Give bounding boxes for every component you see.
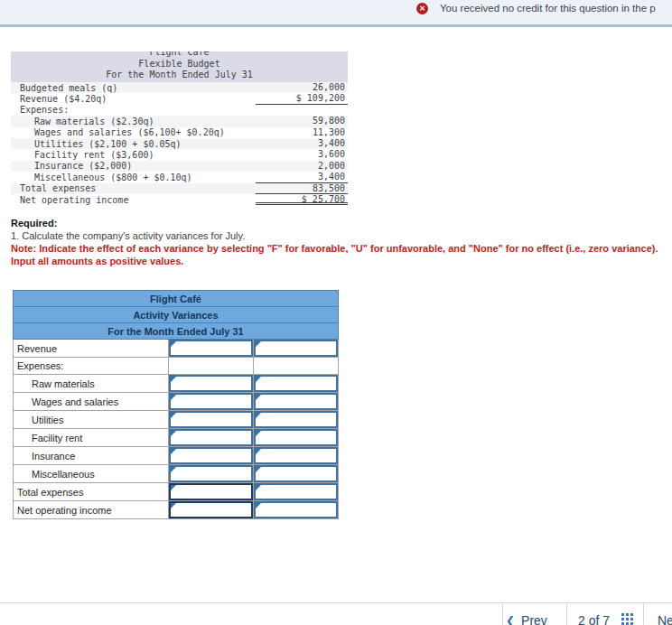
budget-row: Net operating income$ 25,700 <box>11 194 348 205</box>
table-row: Insurance <box>14 447 339 465</box>
miscellaneous-effect-input[interactable] <box>254 465 338 482</box>
table-row: Facility rent <box>14 429 339 447</box>
facility-rent-amount-input[interactable] <box>169 429 253 446</box>
budget-row-label: Wages and salaries ($6,100+ $0.20q) <box>11 127 225 137</box>
grid-icon <box>621 613 633 625</box>
wages-salaries-amount-input[interactable] <box>169 393 253 410</box>
budget-row: Wages and salaries ($6,100+ $0.20q)11,30… <box>11 127 348 138</box>
utilities-effect-input[interactable] <box>254 411 338 428</box>
variance-row-label: Revenue <box>14 340 169 358</box>
table-row: Miscellaneous <box>14 465 339 483</box>
budget-row: Facility rent ($3,600)3,600 <box>11 149 348 160</box>
insurance-amount-input[interactable] <box>169 447 253 464</box>
divider <box>502 603 503 625</box>
budget-row: Insurance ($2,000)2,000 <box>11 161 348 172</box>
budget-row-label: Revenue ($4.20q) <box>11 94 107 104</box>
budget-row-amount: 83,500 <box>256 183 348 194</box>
budget-title-company: Flight Café <box>11 51 348 58</box>
table-row: Net operating income <box>14 501 339 519</box>
variance-row-label: Utilities <box>14 411 169 429</box>
table-row: Total expenses <box>14 483 339 501</box>
budget-row-label: Miscellaneous ($800 + $0.10q) <box>11 173 192 182</box>
variance-row-label: Insurance <box>14 447 169 465</box>
budget-row-label: Budgeted meals (q) <box>11 83 117 93</box>
budget-row: Budgeted meals (q)26,000 <box>11 82 348 93</box>
facility-rent-effect-input[interactable] <box>254 429 338 446</box>
variance-row-label: Facility rent <box>14 429 169 447</box>
table-row: Expenses: <box>14 358 339 375</box>
total-expenses-effect-input[interactable] <box>254 483 338 500</box>
empty-cell <box>169 358 254 375</box>
wages-salaries-effect-input[interactable] <box>254 393 338 410</box>
notice-banner: ✕ You received no credit for this questi… <box>0 0 672 27</box>
variance-row-label: Expenses: <box>14 358 169 375</box>
budget-row-label: Insurance ($2,000) <box>11 161 132 171</box>
table-row: Revenue <box>14 340 339 358</box>
revenue-amount-input[interactable] <box>169 340 253 357</box>
raw-materials-amount-input[interactable] <box>169 375 253 392</box>
budget-row-label: Facility rent ($3,600) <box>11 150 154 160</box>
budget-title-period: For the Month Ended July 31 <box>11 70 348 80</box>
variance-row-label: Total expenses <box>14 483 169 501</box>
flexible-budget-table: Flight Café Flexible Budget For the Mont… <box>11 51 348 205</box>
utilities-amount-input[interactable] <box>169 411 253 428</box>
budget-row: Revenue ($4.20q)$ 109,200 <box>11 93 348 104</box>
page-indicator: 2 of 7 <box>578 613 610 625</box>
notice-message: You received no credit for this question… <box>440 2 672 14</box>
budget-row-amount: 3,400 <box>256 172 348 182</box>
table-row: Utilities <box>14 411 339 429</box>
budget-row-amount <box>256 105 348 116</box>
variance-title-report: Activity Variances <box>14 307 339 323</box>
table-row: Raw materials <box>14 375 339 393</box>
budget-row-amount: 11,300 <box>256 127 348 138</box>
variance-row-label: Miscellaneous <box>14 465 169 483</box>
chevron-left-icon: ❮ <box>506 614 515 625</box>
budget-row-amount: 3,400 <box>256 138 348 149</box>
empty-cell <box>254 358 339 375</box>
error-icon: ✕ <box>416 3 428 14</box>
miscellaneous-amount-input[interactable] <box>169 465 253 482</box>
budget-row-amount: 3,600 <box>256 149 348 160</box>
insurance-effect-input[interactable] <box>254 447 338 464</box>
budget-row-label: Raw materials ($2.30q) <box>11 117 154 126</box>
variance-row-label: Raw materials <box>14 375 169 393</box>
required-note: Note: Indicate the effect of each varian… <box>11 242 663 267</box>
budget-title: Flight Café Flexible Budget For the Mont… <box>11 51 348 82</box>
budget-row-label: Utilities ($2,100 + $0.05q) <box>11 139 182 149</box>
prev-button[interactable]: ❮ Prev <box>506 613 547 625</box>
budget-row-amount: 2,000 <box>256 161 348 172</box>
activity-variances-table: Flight Café Activity Variances For the M… <box>13 290 339 519</box>
page: ✕ You received no credit for this questi… <box>0 0 672 625</box>
budget-row-amount: 59,800 <box>256 116 348 126</box>
pagination-footer: ❮ Prev 2 of 7 Next <box>0 602 672 625</box>
budget-row: Raw materials ($2.30q)59,800 <box>11 116 348 126</box>
variance-row-label: Net operating income <box>14 501 169 519</box>
budget-row-amount: 26,000 <box>256 82 348 93</box>
budget-row: Expenses: <box>11 105 348 116</box>
net-operating-income-effect-input[interactable] <box>254 501 338 518</box>
raw-materials-effect-input[interactable] <box>254 375 338 392</box>
budget-row-amount: $ 109,200 <box>256 93 348 104</box>
variance-title-period: For the Month Ended July 31 <box>14 323 339 340</box>
required-heading: Required: <box>11 217 663 229</box>
next-label: Next <box>658 613 672 625</box>
net-operating-income-amount-input[interactable] <box>169 501 253 518</box>
prev-label: Prev <box>521 613 547 625</box>
total-expenses-amount-input[interactable] <box>169 483 253 500</box>
divider <box>566 603 567 625</box>
question-map-button[interactable] <box>621 613 633 625</box>
budget-row: Utilities ($2,100 + $0.05q)3,400 <box>11 138 348 149</box>
budget-title-report: Flexible Budget <box>11 59 348 70</box>
required-section: Required: 1. Calculate the company's act… <box>11 217 663 267</box>
revenue-effect-input[interactable] <box>254 340 338 357</box>
budget-row-label: Expenses: <box>11 105 69 115</box>
budget-row: Miscellaneous ($800 + $0.10q)3,400 <box>11 172 348 182</box>
variance-title-company: Flight Café <box>14 291 339 307</box>
required-item: 1. Calculate the company's activity vari… <box>11 229 663 242</box>
next-button[interactable]: Next <box>658 613 672 625</box>
divider <box>643 603 644 625</box>
variance-row-label: Wages and salaries <box>14 393 169 411</box>
table-row: Wages and salaries <box>14 393 339 411</box>
budget-row: Total expenses83,500 <box>11 183 348 194</box>
budget-row-label: Net operating income <box>11 195 128 205</box>
